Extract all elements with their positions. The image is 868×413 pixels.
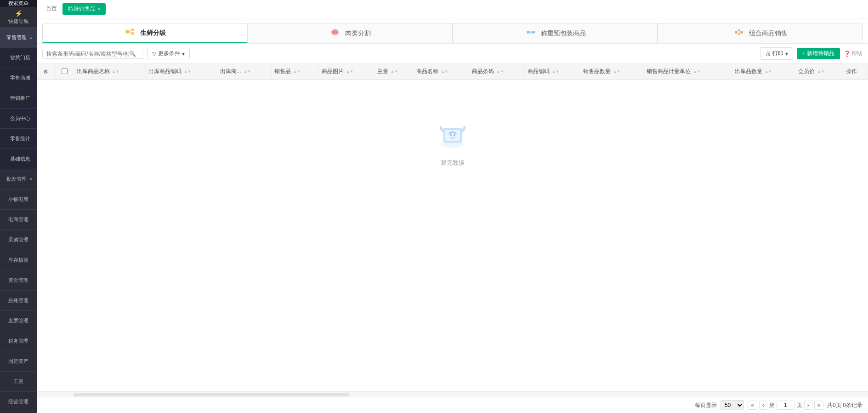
tab-fresh-grade-label: 生鲜分级 (140, 29, 166, 37)
sort-icon: ▲▼ (112, 69, 119, 74)
last-page-button[interactable]: » (814, 401, 824, 410)
print-label: 打印 (772, 50, 783, 57)
sidebar-item-label: 固定资产 (8, 358, 28, 365)
next-page-button[interactable]: › (804, 401, 812, 410)
sidebar-item-marketing[interactable]: 营销推广 (0, 88, 37, 109)
sort-icon: ▲▼ (346, 69, 353, 74)
sidebar-item-label: 工资 (13, 378, 23, 385)
th-out-name[interactable]: 出库商品名称 ▲▼ (74, 64, 145, 80)
sidebar-item-tax-mgmt[interactable]: 税务管理 (0, 331, 37, 351)
th-goods-name[interactable]: 商品名称 ▲▼ (414, 64, 469, 80)
home-tab[interactable]: 首页 (42, 5, 61, 13)
page-body: 生鲜分级 肉类分割 (37, 18, 868, 413)
sidebar-item-label: 采购管理 (8, 236, 28, 243)
help-button[interactable]: ❓ 帮助 (844, 50, 862, 57)
sidebar-item-basic-info[interactable]: 基础信息 (0, 149, 37, 169)
svg-rect-16 (445, 130, 460, 141)
help-label: 帮助 (851, 50, 862, 57)
sidebar-item-ecom-mgmt[interactable]: 电商管理 (0, 210, 37, 230)
data-table: ⚙ 出库商品名称 ▲▼ 出库商品编码 ▲▼ (37, 64, 868, 80)
tab-meat-cut[interactable]: 肉类分割 (247, 23, 452, 43)
add-button[interactable]: + 新增特销品 (797, 48, 840, 59)
th-goods-code[interactable]: 商品编码 ▲▼ (525, 64, 580, 80)
sidebar-item-mini-ecom[interactable]: 小畅电商 (0, 189, 37, 210)
chevron-down-icon: ▼ (29, 177, 33, 182)
th-settings[interactable]: ⚙ (37, 64, 55, 80)
th-out-code[interactable]: 出库商品编码 ▲▼ (145, 64, 217, 80)
sidebar-item-label: 会员中心 (10, 115, 30, 122)
th-image[interactable]: 商品图片 ▲▼ (318, 64, 374, 80)
active-tab[interactable]: 特殊销售品 × (62, 3, 106, 15)
prev-page-button[interactable]: ‹ (759, 401, 767, 410)
empty-state: 暂无数据 (37, 80, 868, 204)
sidebar-item-wages[interactable]: 工资 (0, 372, 37, 392)
first-page-button[interactable]: « (748, 401, 757, 410)
sidebar-logo-text: 搜索菜单 (8, 0, 28, 7)
empty-illustration (434, 116, 471, 153)
tab-fresh-grade[interactable]: 生鲜分级 (42, 23, 247, 43)
settings-icon[interactable]: ⚙ (43, 69, 48, 75)
search-box[interactable]: 🔍 (42, 49, 143, 59)
sidebar-item-member-center[interactable]: 会员中心 (0, 109, 37, 129)
svg-point-18 (454, 134, 455, 136)
sidebar-item-retail-mall[interactable]: 零售商城 (0, 68, 37, 88)
sort-icon: ▲▼ (552, 69, 559, 74)
tab-close-icon[interactable]: × (97, 6, 100, 11)
sidebar-item-label: 快捷导航 (8, 18, 28, 25)
sidebar-item-inventory[interactable]: 库存核算 (0, 250, 37, 270)
sidebar-item-wholesale-mgmt[interactable]: 批发管理 ▼ (0, 169, 37, 189)
sidebar-item-general-ledger[interactable]: 总账管理 (0, 291, 37, 311)
sidebar-item-smart-store[interactable]: 智慧门店 (0, 48, 37, 68)
sidebar-item-label: 发票管理 (8, 317, 28, 324)
th-out-qty[interactable]: 出库品数量 ▲▼ (732, 64, 795, 80)
tab-combo[interactable]: 组合商品销售 (658, 23, 862, 43)
toolbar-left: 🔍 ▽ 更多条件 ▾ (42, 48, 190, 59)
th-sale-item[interactable]: 销售品 ▲▼ (271, 64, 318, 80)
th-weight[interactable]: 主量 ▲▼ (374, 64, 414, 80)
sort-icon: ▲▼ (244, 69, 251, 74)
tab-weigh-pack[interactable]: 称重预包装商品 (453, 23, 658, 43)
printer-icon: 🖨 (765, 51, 771, 57)
th-sale-unit[interactable]: 销售商品计量单位 ▲▼ (644, 64, 732, 80)
th-member-price[interactable]: 会员价 ▲▼ (795, 64, 843, 80)
search-icon[interactable]: 🔍 (129, 51, 136, 57)
sidebar-item-fixed-assets[interactable]: 固定资产 (0, 351, 37, 372)
sort-icon: ▲▼ (817, 69, 825, 74)
sidebar-item-label: 税务管理 (8, 338, 28, 344)
toolbar: 🔍 ▽ 更多条件 ▾ 🖨 打印 ▾ + 新增特销品 ❓ (37, 44, 868, 64)
svg-line-4 (129, 32, 131, 33)
page-input[interactable] (777, 401, 795, 410)
th-barcode[interactable]: 商品条码 ▲▼ (469, 64, 525, 80)
main-content: 首页 特殊销售品 × 生鲜分级 (37, 0, 868, 413)
sidebar-item-label: 电商管理 (8, 216, 28, 223)
sidebar-item-purchase-mgmt[interactable]: 采购管理 (0, 230, 37, 250)
sort-icon: ▲▼ (184, 69, 191, 74)
filter-button[interactable]: ▽ 更多条件 ▾ (147, 48, 190, 59)
sidebar-item-retail-mgmt[interactable]: 零售管理 ▲ (0, 28, 37, 48)
sort-icon: ▲▼ (441, 69, 448, 74)
th-sale-qty[interactable]: 销售品数量 ▲▼ (580, 64, 644, 80)
th-out-spec[interactable]: 出库商... ▲▼ (217, 64, 271, 80)
chevron-down-icon: ▾ (182, 51, 185, 57)
sort-icon: ▲▼ (613, 69, 620, 74)
print-button[interactable]: 🖨 打印 ▾ (760, 47, 793, 60)
select-all-checkbox[interactable] (62, 68, 68, 74)
active-tab-label: 特殊销售品 (68, 5, 96, 13)
sidebar-item-ops-mgmt[interactable]: 经营管理 (0, 392, 37, 412)
sidebar-item-quick-nav[interactable]: ⚡ 快捷导航 (0, 7, 37, 28)
sidebar-item-finance-mgmt[interactable]: 资金管理 (0, 270, 37, 291)
weigh-pack-icon (524, 28, 537, 39)
per-page-select[interactable]: 10 20 50 100 (720, 400, 744, 410)
sidebar-item-invoice-mgmt[interactable]: 发票管理 (0, 311, 37, 331)
svg-point-0 (125, 30, 129, 34)
sidebar-logo[interactable]: 搜索菜单 (0, 0, 37, 7)
search-input[interactable] (46, 51, 129, 57)
question-icon: ❓ (844, 51, 851, 57)
th-checkbox[interactable] (55, 64, 74, 80)
sort-icon: ▲▼ (765, 69, 772, 74)
add-label: + 新增特销品 (802, 50, 834, 57)
sidebar-item-retail-stat[interactable]: 零售统计 (0, 129, 37, 149)
sidebar-item-label: 营销推广 (10, 95, 30, 102)
horizontal-scrollbar[interactable] (37, 391, 868, 397)
page-unit: 页 (797, 402, 802, 409)
